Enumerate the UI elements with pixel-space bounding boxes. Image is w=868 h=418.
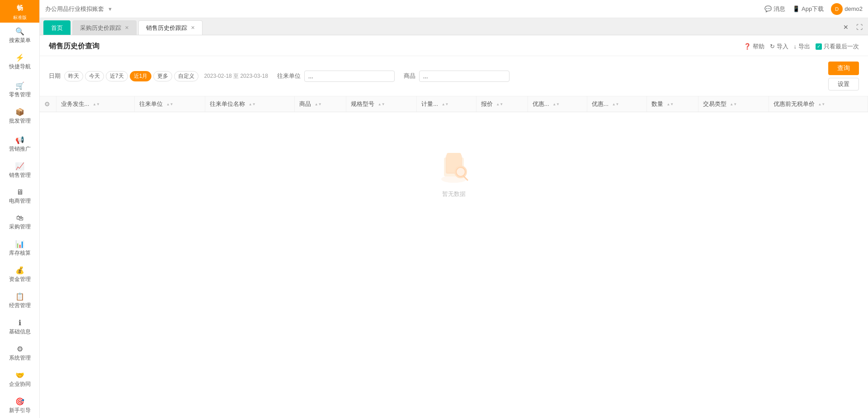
- filter-row: 日期 昨天 今天 近7天 近1月 更多 自定义 2023-02-18 至 202…: [40, 56, 868, 96]
- sidebar-item-label-enterprise: 企业协同: [9, 380, 31, 388]
- col-quote-label: 报价: [481, 100, 493, 107]
- sidebar-item-new-guide[interactable]: 🎯 新手引导: [0, 393, 39, 418]
- sidebar-item-label-sys-mgmt: 系统管理: [9, 354, 31, 362]
- date-buttons: 昨天 今天 近7天 近1月 更多 自定义: [64, 71, 198, 81]
- only-last-checkbox[interactable]: ✓: [816, 43, 822, 50]
- col-partner-code-label: 往来单位: [139, 100, 163, 107]
- sort-icon-biz-date: ▲▼: [93, 103, 100, 106]
- date-btn-yesterday[interactable]: 昨天: [64, 71, 83, 81]
- tab-sales-label: 销售历史价跟踪: [146, 24, 187, 32]
- sidebar-item-marketing[interactable]: 📢 营销推广: [0, 131, 39, 157]
- sidebar-item-purchase-mgmt[interactable]: 🛍 采购管理: [0, 209, 39, 235]
- partner-filter-label: 往来单位: [277, 72, 301, 80]
- topbar-right: 💬 消息 📱 App下载 D demo2: [764, 3, 863, 15]
- sidebar-item-sys-mgmt[interactable]: ⚙ 系统管理: [0, 340, 39, 366]
- col-quantity[interactable]: 数量 ▲▼: [646, 96, 698, 112]
- sort-icon-quantity: ▲▼: [666, 103, 674, 106]
- sidebar-item-ops-mgmt[interactable]: 📋 经营管理: [0, 288, 39, 314]
- tab-home[interactable]: 首页: [43, 20, 71, 35]
- tab-purchase-close[interactable]: ✕: [125, 25, 129, 31]
- col-pre-tax-price-label: 优惠前无税单价: [774, 100, 815, 107]
- user-name: demo2: [844, 5, 863, 12]
- tab-sales-close[interactable]: ✕: [191, 25, 195, 31]
- sidebar-item-ecommerce-mgmt[interactable]: 🖥 电商管理: [0, 184, 39, 209]
- sys-mgmt-icon: ⚙: [17, 345, 23, 353]
- empty-text: 暂无数据: [442, 190, 466, 198]
- only-last-checkbox-group[interactable]: ✓ 只看最后一次: [816, 43, 859, 51]
- col-discount2[interactable]: 优惠... ▲▼: [587, 96, 647, 112]
- empty-svg: [436, 148, 472, 185]
- purchase-mgmt-icon: 🛍: [16, 214, 24, 222]
- page-actions: ❓ 帮助 ↻ 导入 ↓ 导出 ✓ 只看最后一次: [744, 43, 859, 51]
- query-button[interactable]: 查询: [828, 62, 859, 75]
- date-btn-1month[interactable]: 近1月: [130, 71, 152, 81]
- table-container: ⚙ 业务发生... ▲▼ 往来单位 ▲▼ 往来单位名称 ▲▼: [40, 96, 868, 418]
- tab-fullscreen-btn[interactable]: ⛶: [854, 22, 864, 32]
- topbar-dropdown-label[interactable]: 办公用品行业模拟账套: [45, 5, 104, 13]
- sidebar-item-search-menu[interactable]: 🔍 搜索菜单: [0, 23, 39, 49]
- col-unit[interactable]: 计量... ▲▼: [417, 96, 476, 112]
- help-icon: ❓: [744, 43, 751, 50]
- message-btn[interactable]: 💬 消息: [764, 5, 785, 13]
- sidebar-item-retail-mgmt[interactable]: 🛒 零售管理: [0, 77, 39, 103]
- partner-input[interactable]: ...: [304, 71, 395, 82]
- tab-close-all-btn[interactable]: ✕: [841, 22, 851, 32]
- col-spec-label: 规格型号: [351, 100, 374, 107]
- sidebar-item-wholesale-mgmt[interactable]: 📦 批发管理: [0, 103, 39, 129]
- import-btn[interactable]: ↻ 导入: [770, 43, 788, 51]
- sidebar-item-inventory[interactable]: 📊 库存核算: [0, 235, 39, 261]
- app-subtitle: 标准版: [13, 14, 27, 21]
- sort-icon-quote: ▲▼: [496, 103, 503, 106]
- product-filter-label: 商品: [404, 72, 415, 80]
- tab-sales[interactable]: 销售历史价跟踪 ✕: [138, 20, 203, 35]
- avatar: D: [831, 3, 843, 15]
- sidebar-item-base-info[interactable]: ℹ 基础信息: [0, 314, 39, 340]
- col-trade-type[interactable]: 交易类型 ▲▼: [698, 96, 769, 112]
- date-btn-7days[interactable]: 近7天: [106, 71, 128, 81]
- export-btn[interactable]: ↓ 导出: [794, 43, 811, 51]
- empty-state: 暂无数据: [40, 112, 868, 234]
- sidebar-item-label-sales-mgmt: 销售管理: [9, 171, 31, 179]
- settings-button[interactable]: 设置: [828, 78, 859, 90]
- sort-icon-partner-code: ▲▼: [166, 103, 174, 106]
- export-label: 导出: [798, 43, 810, 51]
- date-btn-today[interactable]: 今天: [85, 71, 104, 81]
- sort-icon-trade-type: ▲▼: [730, 103, 737, 106]
- col-biz-date[interactable]: 业务发生... ▲▼: [56, 96, 135, 112]
- sidebar-item-sales-mgmt[interactable]: 📈 销售管理: [0, 157, 39, 184]
- col-product[interactable]: 商品 ▲▼: [295, 96, 346, 112]
- chevron-down-icon[interactable]: ▼: [108, 6, 113, 12]
- enterprise-icon: 🤝: [15, 371, 24, 380]
- sidebar-item-finance-mgmt[interactable]: 💰 资金管理: [0, 261, 39, 288]
- col-pre-tax-price[interactable]: 优惠前无税单价 ▲▼: [769, 96, 868, 112]
- sidebar-item-enterprise[interactable]: 🤝 企业协同: [0, 366, 39, 393]
- col-biz-date-label: 业务发生...: [61, 100, 90, 107]
- col-discount1[interactable]: 优惠... ▲▼: [528, 96, 587, 112]
- sort-icon-discount1: ▲▼: [552, 103, 560, 106]
- sidebar-item-label-purchase-mgmt: 采购管理: [9, 223, 31, 231]
- table-settings-icon[interactable]: ⚙: [44, 100, 50, 108]
- search-menu-icon: 🔍: [15, 27, 24, 36]
- col-settings: ⚙: [40, 96, 56, 112]
- col-partner-code[interactable]: 往来单位 ▲▼: [135, 96, 205, 112]
- app-download-btn[interactable]: 📱 App下载: [793, 5, 824, 13]
- col-quote[interactable]: 报价 ▲▼: [476, 96, 528, 112]
- product-input[interactable]: ...: [419, 71, 509, 82]
- col-partner-name[interactable]: 往来单位名称 ▲▼: [205, 96, 295, 112]
- sort-icon-product: ▲▼: [315, 103, 322, 106]
- product-input-dots: ...: [423, 73, 428, 80]
- sidebar-item-quick-nav[interactable]: ⚡ 快捷导航: [0, 49, 39, 75]
- date-btn-custom[interactable]: 自定义: [174, 71, 198, 81]
- finance-mgmt-icon: 💰: [15, 266, 24, 275]
- sidebar-item-label-finance-mgmt: 资金管理: [9, 276, 31, 283]
- col-quantity-label: 数量: [651, 100, 663, 107]
- tab-purchase[interactable]: 采购历史价跟踪 ✕: [72, 20, 137, 35]
- date-btn-more[interactable]: 更多: [153, 71, 172, 81]
- col-unit-label: 计量...: [421, 100, 438, 107]
- col-trade-type-label: 交易类型: [703, 100, 726, 107]
- user-profile[interactable]: D demo2: [831, 3, 863, 15]
- sales-mgmt-icon: 📈: [15, 162, 24, 171]
- logo-svg: 畅: [14, 2, 26, 14]
- help-btn[interactable]: ❓ 帮助: [744, 43, 764, 51]
- col-spec[interactable]: 规格型号 ▲▼: [346, 96, 417, 112]
